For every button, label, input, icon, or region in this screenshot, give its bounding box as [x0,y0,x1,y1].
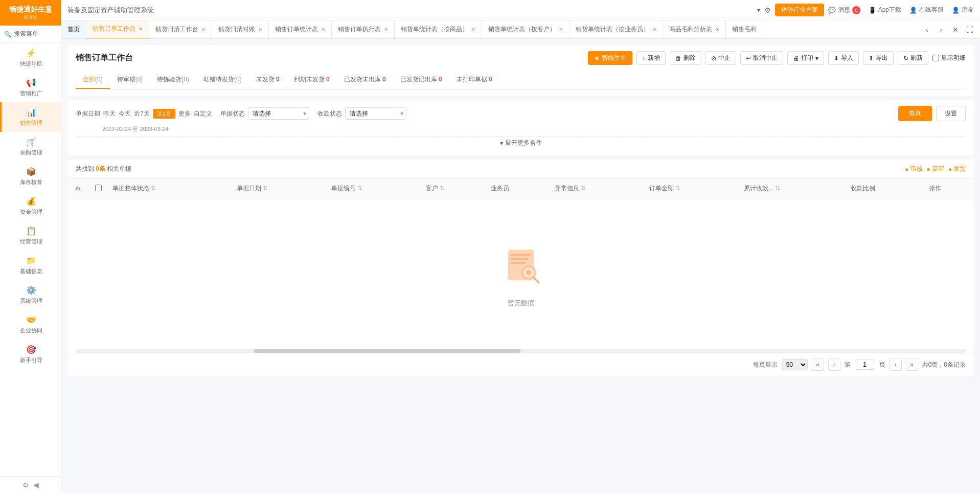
action-cancel-review-btn[interactable]: ● 弃审 [927,165,944,173]
tab-sales-stats-label: 销售订单统计表 [275,25,318,34]
online-service-item[interactable]: 👤 在线客服 [909,6,944,14]
sub-tab-all[interactable]: 全部(0) [76,71,110,89]
scrollbar-thumb[interactable] [254,349,520,353]
action-review-btn[interactable]: ● 审核 [905,165,922,173]
tab-sales-summary-staff-close[interactable]: ✕ [652,27,656,32]
tab-cash-reconcile[interactable]: 钱货日清对账 ✕ [212,20,269,39]
tab-sales-summary-staff[interactable]: 销货单统计表（按业务员） ✕ [569,20,663,39]
sub-tab-pending-review[interactable]: 待审核(0) [110,71,150,89]
sub-tab-pending-inspect[interactable]: 待拣验货(0) [150,71,196,89]
import-button[interactable]: ⬇ 导入 [828,51,859,65]
col-checkbox[interactable] [88,179,108,198]
app-download-item[interactable]: 📱 App下载 [869,6,901,14]
sidebar-item-enterprise[interactable]: 🤝 企业协同 [0,310,61,340]
sidebar-item-finance[interactable]: 💰 资金管理 [0,191,61,221]
action-ship-btn[interactable]: ● 发货 [948,165,966,173]
filter-status-select[interactable]: 请选择 [248,107,309,120]
sort-date-icon[interactable]: ⇅ [263,185,268,192]
sidebar-item-inventory[interactable]: 📦 库存核算 [0,162,61,191]
filter-date-more[interactable]: 更多 [178,109,191,118]
tab-sales-workbench[interactable]: 销售订单工作台 ✕ [86,20,149,39]
tab-sales-summary-customer[interactable]: 销货单统计表（按客户） ✕ [482,20,569,39]
tab-home[interactable]: 首页 [61,20,86,39]
last-page-btn[interactable]: » [906,358,918,371]
refresh-button[interactable]: ↻ 刷新 [898,51,928,65]
tab-cash-daily[interactable]: 钱货日清工作台 ✕ [149,20,212,39]
page-input[interactable] [855,360,875,370]
stop-button[interactable]: ⊘ 中止 [705,51,736,65]
show-detail-checkbox[interactable] [932,55,939,61]
tabs-scroll-left[interactable]: ‹ [921,24,933,36]
sort-collected-icon[interactable]: ⇅ [775,185,780,192]
solution-button[interactable]: 体验行业方案 [775,4,824,16]
cancel-stop-button[interactable]: ↩ 取消中止 [740,51,783,65]
sub-tab-overdue-not-shipped[interactable]: 到期未发货 0 [287,71,337,89]
sort-customer-icon[interactable]: ⇅ [440,185,445,192]
export-button[interactable]: ⬆ 导出 [863,51,894,65]
sidebar-item-operations[interactable]: 📋 经营管理 [0,221,61,251]
col-settings[interactable]: ⚙ [67,179,88,198]
print-button[interactable]: 🖨 打印 ▾ [787,51,824,65]
show-detail-label[interactable]: 显示明细 [932,54,966,62]
tab-sales-stats-close[interactable]: ✕ [321,27,325,32]
topbar-settings-icon[interactable]: ⚙ [764,6,771,14]
delete-button[interactable]: 🗑 删除 [670,51,701,65]
tabs-scroll-right[interactable]: › [935,24,947,36]
filter-date-7days[interactable]: 近7天 [134,109,150,118]
user-item[interactable]: 👤 用友 [952,6,974,14]
tab-sales-exec[interactable]: 销售订单执行表 ✕ [332,20,395,39]
collapse-icon[interactable]: ◀ [33,481,39,489]
per-page-select[interactable]: 10 20 50 100 [782,359,808,370]
filter-date-1month[interactable]: 近1月 [153,109,175,119]
tab-sales-profit[interactable]: 销售毛利 [726,20,763,39]
query-button[interactable]: 查询 [898,106,932,121]
sidebar-item-system[interactable]: ⚙️ 系统管理 [0,280,61,310]
add-button[interactable]: + 新增 [636,51,666,65]
expand-filter-row[interactable]: ▾ 展开更多条件 [76,136,966,149]
sidebar-item-guide[interactable]: 🎯 新手引导 [0,340,61,369]
sub-tab-not-printed[interactable]: 未打印单据 0 [449,71,499,89]
sub-tab-shipped-not-out[interactable]: 已发货未出库 0 [337,71,393,89]
tab-sales-summary-product[interactable]: 销货单统计表（按商品） ✕ [395,20,482,39]
sidebar-item-marketing[interactable]: 📢 营销推广 [0,73,61,102]
tab-gross-margin-close[interactable]: ✕ [715,27,719,32]
first-page-btn[interactable]: « [812,358,824,371]
select-all-checkbox[interactable] [95,185,102,191]
filter-status-select-wrapper[interactable]: 请选择 [248,107,309,120]
tab-sales-exec-close[interactable]: ✕ [384,27,388,32]
sidebar-item-base-info[interactable]: 📁 基础信息 [0,251,61,280]
tab-sales-workbench-close[interactable]: ✕ [139,26,143,32]
sub-tab-not-shipped[interactable]: 未发货 0 [249,71,287,89]
sort-abnormal-icon[interactable]: ⇅ [581,185,586,192]
horizontal-scrollbar[interactable] [76,349,966,353]
topbar-dropdown[interactable]: ▾ [757,7,760,14]
filter-settings-button[interactable]: 设置 [936,106,966,121]
tab-cash-daily-close[interactable]: ✕ [201,27,206,32]
tab-sales-summary-product-close[interactable]: ✕ [471,27,475,32]
sort-amount-icon[interactable]: ⇅ [675,185,680,192]
sort-number-icon[interactable]: ⇅ [357,185,362,192]
settings-bottom-icon[interactable]: ⚙ [22,481,29,489]
tabs-close-all[interactable]: ✕ [949,24,962,36]
filter-payment-select[interactable]: 请选择 [345,107,406,120]
filter-date-custom[interactable]: 自定义 [194,109,212,118]
filter-date-today[interactable]: 今天 [119,109,131,118]
filter-date-yesterday[interactable]: 昨天 [103,109,116,118]
tab-gross-margin[interactable]: 商品毛利分析表 ✕ [663,20,726,39]
sidebar-search[interactable]: 🔍 搜索菜单 [0,26,61,43]
sub-tab-wangpu[interactable]: 旺铺待发货(0) [196,71,249,89]
tab-cash-reconcile-close[interactable]: ✕ [258,27,262,32]
sort-status-icon[interactable]: ⇅ [151,185,156,192]
prev-page-btn[interactable]: ‹ [828,358,840,371]
sidebar-item-purchase[interactable]: 🛒 采购管理 [0,132,61,162]
next-page-btn[interactable]: › [890,358,902,371]
tab-sales-summary-customer-close[interactable]: ✕ [559,27,563,32]
tab-sales-stats[interactable]: 销售订单统计表 ✕ [269,20,332,39]
sidebar-item-quick-nav[interactable]: ⚡ 快捷导航 [0,43,61,73]
filter-payment-select-wrapper[interactable]: 请选择 [345,107,406,120]
sub-tab-shipped-out[interactable]: 已发货已出库 0 [393,71,449,89]
smart-gen-button[interactable]: ★ 智能生单 [588,51,632,65]
message-item[interactable]: 💬 消息 6 [828,6,860,14]
sidebar-item-sales[interactable]: 📊 销售管理 [0,102,61,132]
tabs-fullscreen[interactable]: ⛶ [964,24,976,36]
